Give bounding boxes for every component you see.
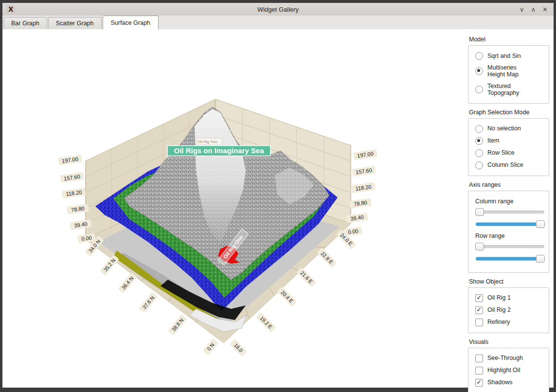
radio-icon[interactable] <box>475 125 483 133</box>
visuals-section-title: Visuals <box>469 339 549 345</box>
control-panel: Model Sqrt and Sin Multiseries Height Ma… <box>467 29 554 388</box>
svg-text:Oil Rig Two: Oil Rig Two <box>197 140 217 144</box>
slider-track[interactable] <box>476 211 544 214</box>
surface-plot-canvas[interactable]: 34.0 N 35.2 N 36.4 N 37.6 N 38.8 N 0 N 2… <box>2 29 467 388</box>
close-icon[interactable]: ✕ <box>542 6 548 13</box>
titlebar[interactable]: X Widget Gallery ∨ ∧ ✕ <box>2 3 554 16</box>
radio-label: No selection <box>487 125 521 132</box>
radio-multiseries-height-map[interactable]: Multiseries Height Map <box>475 64 545 78</box>
slider-handle[interactable] <box>475 208 484 216</box>
radio-item[interactable]: Item <box>475 137 545 145</box>
checkbox-oil-rig-1[interactable]: Oil Rig 1 <box>475 294 545 302</box>
checkbox-label: See-Through <box>487 355 523 361</box>
radio-icon[interactable] <box>475 52 483 60</box>
checkbox-label: Oil Rig 1 <box>487 294 511 301</box>
row-range-max-slider[interactable] <box>475 255 545 263</box>
checkbox-highlight-oil[interactable]: Highlight Oil <box>475 367 545 374</box>
column-range-label: Column range <box>475 198 545 205</box>
model-group: Sqrt and Sin Multiseries Height Map Text… <box>468 45 549 104</box>
show-object-section-title: Show Object <box>469 278 549 285</box>
tab-bar: Bar Graph Scatter Graph Surface Graph <box>2 16 554 30</box>
row-range-label: Row range <box>475 232 545 239</box>
checkbox-label: Shadows <box>487 379 512 386</box>
checkbox-label: Oil Rig 2 <box>487 306 511 313</box>
checkbox-icon[interactable] <box>475 319 483 326</box>
slider-track[interactable] <box>476 245 544 248</box>
checkbox-icon[interactable] <box>475 367 483 374</box>
selection-mode-section-title: Graph Selection Mode <box>469 109 549 116</box>
radio-label: Sqrt and Sin <box>487 53 521 59</box>
radio-column-slice[interactable]: Column Slice <box>475 161 545 169</box>
chart-title-badge: Oil Rigs on Imaginary Sea <box>167 146 270 156</box>
tab-surface-graph[interactable]: Surface Graph <box>103 16 159 30</box>
radio-label: Row Slice <box>487 149 515 156</box>
checkbox-refinery[interactable]: Refinery <box>475 319 545 326</box>
checkbox-label: Highlight Oil <box>487 367 520 374</box>
checkbox-see-through[interactable]: See-Through <box>475 355 545 362</box>
visuals-group: See-Through Highlight Oil Shadows <box>468 348 549 392</box>
axis-ranges-group: Column range Row range <box>468 191 549 273</box>
radio-textured-topography[interactable]: Textured Topography <box>475 83 545 97</box>
radio-label: Item <box>487 137 499 144</box>
tab-bar-graph[interactable]: Bar Graph <box>3 17 47 30</box>
slider-handle[interactable] <box>536 220 545 228</box>
checkbox-icon[interactable] <box>475 306 483 314</box>
checkbox-icon[interactable] <box>475 355 483 362</box>
radio-label: Column Slice <box>487 161 523 168</box>
column-range-min-slider[interactable] <box>475 208 545 216</box>
row-range-min-slider[interactable] <box>475 243 545 250</box>
slider-track[interactable] <box>476 257 544 260</box>
maximize-icon[interactable]: ∧ <box>531 6 536 13</box>
radio-label: Textured Topography <box>487 83 534 97</box>
column-range-max-slider[interactable] <box>475 220 545 228</box>
checkbox-icon[interactable] <box>475 294 483 302</box>
occluded-series-label: Oil Rig Two <box>196 138 222 145</box>
show-object-group: Oil Rig 1 Oil Rig 2 Refinery <box>468 287 549 333</box>
svg-text:Oil Rigs on Imaginary Sea: Oil Rigs on Imaginary Sea <box>174 146 264 155</box>
app-window: X Widget Gallery ∨ ∧ ✕ Bar Graph Scatter… <box>0 0 556 392</box>
checkbox-oil-rig-2[interactable]: Oil Rig 2 <box>475 306 545 314</box>
surface-graph-view[interactable]: 34.0 N 35.2 N 36.4 N 37.6 N 38.8 N 0 N 2… <box>2 29 467 388</box>
radio-icon[interactable] <box>475 137 483 145</box>
tab-scatter-graph[interactable]: Scatter Graph <box>48 17 102 30</box>
radio-sqrt-and-sin[interactable]: Sqrt and Sin <box>475 52 545 60</box>
radio-icon[interactable] <box>475 86 483 93</box>
checkbox-label: Refinery <box>487 319 510 325</box>
axis-ranges-section-title: Axis ranges <box>469 181 549 188</box>
radio-icon[interactable] <box>475 67 483 75</box>
radio-icon[interactable] <box>475 149 483 157</box>
main-pane: Bar Graph Scatter Graph Surface Graph <box>2 16 554 388</box>
radio-no-selection[interactable]: No selection <box>475 125 545 133</box>
checkbox-icon[interactable] <box>475 379 483 387</box>
slider-handle[interactable] <box>536 255 545 263</box>
window-title: Widget Gallery <box>2 6 554 13</box>
minimize-icon[interactable]: ∨ <box>520 6 524 13</box>
selection-mode-group: No selection Item Row Slice Column Slice <box>468 118 549 176</box>
radio-label: Multiseries Height Map <box>487 64 534 78</box>
radio-row-slice[interactable]: Row Slice <box>475 149 545 157</box>
model-section-title: Model <box>469 36 549 43</box>
window-controls: ∨ ∧ ✕ <box>520 6 554 13</box>
slider-track[interactable] <box>476 222 544 226</box>
checkbox-shadows[interactable]: Shadows <box>475 379 545 387</box>
slider-handle[interactable] <box>475 243 484 250</box>
radio-icon[interactable] <box>475 161 483 169</box>
